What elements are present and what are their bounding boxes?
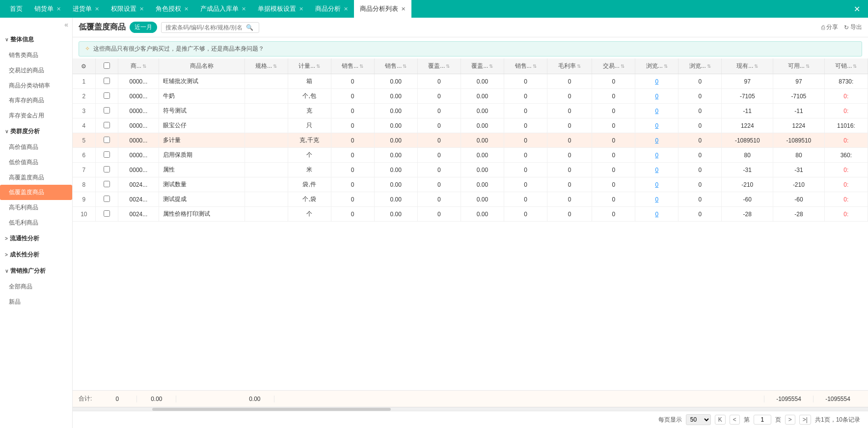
- sidebar-item-inventory-capital[interactable]: 库存资金占用: [0, 108, 72, 123]
- th-trans[interactable]: 交易...⇅: [592, 58, 635, 74]
- th-browse1[interactable]: 浏览...⇅: [635, 58, 678, 74]
- row-browse1[interactable]: 0: [635, 74, 678, 89]
- period-button[interactable]: 近一月: [130, 22, 157, 33]
- sidebar-item-all-products[interactable]: 全部商品: [0, 279, 72, 294]
- search-input[interactable]: [165, 24, 244, 31]
- row-browse1[interactable]: 0: [635, 118, 678, 133]
- share-button[interactable]: ⎙ 分享: [821, 23, 838, 31]
- th-stock1[interactable]: 现有...⇅: [722, 58, 773, 74]
- sidebar-section-cluster[interactable]: ∨ 类群度分析: [0, 123, 72, 140]
- window-close-button[interactable]: ✕: [850, 4, 864, 14]
- sidebar-item-high-coverage[interactable]: 高覆盖度商品: [0, 170, 72, 185]
- nav-sales-close[interactable]: ✕: [56, 6, 61, 12]
- row-browse1[interactable]: 0: [635, 163, 678, 177]
- row-browse1[interactable]: 0: [635, 89, 678, 104]
- prev-page-button[interactable]: <: [730, 415, 740, 425]
- row-browse1[interactable]: 0: [635, 177, 678, 192]
- nav-home[interactable]: 首页: [4, 0, 28, 18]
- row-select-checkbox[interactable]: [104, 210, 110, 217]
- search-icon[interactable]: 🔍: [246, 24, 253, 31]
- th-settings[interactable]: ⚙: [73, 58, 95, 74]
- row-checkbox[interactable]: [95, 163, 118, 177]
- th-unit[interactable]: 计量...⇅: [288, 58, 331, 74]
- next-page-button[interactable]: >: [785, 415, 795, 425]
- row-select-checkbox[interactable]: [104, 137, 110, 143]
- nav-roles[interactable]: 角色授权 ✕: [150, 0, 194, 18]
- row-browse1[interactable]: 0: [635, 207, 678, 222]
- th-name[interactable]: 商品名称: [159, 58, 244, 74]
- row-browse1[interactable]: 0: [635, 192, 678, 207]
- th-stock2[interactable]: 可用...⇅: [773, 58, 825, 74]
- th-sales2[interactable]: 销售...⇅: [374, 58, 417, 74]
- th-sellable[interactable]: 可销...⇅: [824, 58, 868, 74]
- nav-templates[interactable]: 单据模板设置 ✕: [252, 0, 309, 18]
- sidebar-item-category-rate[interactable]: 商品分类动销率: [0, 78, 72, 93]
- sidebar-item-new-products[interactable]: 新品: [0, 294, 72, 310]
- row-select-checkbox[interactable]: [104, 151, 110, 158]
- row-select-checkbox[interactable]: [104, 122, 110, 128]
- nav-purchase[interactable]: 进货单 ✕: [67, 0, 105, 18]
- horizontal-scrollbar[interactable]: [73, 407, 868, 411]
- row-browse1[interactable]: 0: [635, 133, 678, 148]
- sidebar-section-marketing[interactable]: ∨ 营销推广分析: [0, 263, 72, 279]
- sidebar-item-high-margin[interactable]: 高毛利商品: [0, 200, 72, 215]
- nav-sales[interactable]: 销货单 ✕: [28, 0, 67, 18]
- nav-product-analysis-list-close[interactable]: ✕: [401, 6, 406, 12]
- th-browse2[interactable]: 浏览...⇅: [678, 58, 722, 74]
- th-cover2[interactable]: 覆盖...⇅: [461, 58, 504, 74]
- row-select-checkbox[interactable]: [104, 92, 110, 99]
- nav-production[interactable]: 产成品入库单 ✕: [194, 0, 252, 18]
- nav-purchase-close[interactable]: ✕: [95, 6, 99, 12]
- row-select-checkbox[interactable]: [104, 78, 110, 84]
- th-checkbox[interactable]: [95, 58, 118, 74]
- th-sales1[interactable]: 销售...⇅: [331, 58, 374, 74]
- sidebar-item-low-margin[interactable]: 低毛利商品: [0, 215, 72, 230]
- nav-roles-close[interactable]: ✕: [184, 6, 189, 12]
- th-sales3[interactable]: 销售...⇅: [504, 58, 547, 74]
- per-page-select[interactable]: 50 100 200: [686, 414, 711, 425]
- row-checkbox[interactable]: [95, 89, 118, 104]
- select-all-checkbox[interactable]: [104, 62, 110, 69]
- sidebar-item-stocked-products[interactable]: 有库存的商品: [0, 93, 72, 108]
- row-select-checkbox[interactable]: [104, 181, 110, 187]
- sidebar-item-low-value[interactable]: 低价值商品: [0, 155, 72, 170]
- sidebar-item-sales-products[interactable]: 销售类商品: [0, 48, 72, 63]
- sidebar-collapse[interactable]: «: [0, 18, 72, 31]
- sidebar-item-traded-products[interactable]: 交易过的商品: [0, 63, 72, 78]
- sidebar-item-high-value[interactable]: 高价值商品: [0, 140, 72, 155]
- row-checkbox[interactable]: [95, 148, 118, 163]
- nav-product-analysis[interactable]: 商品分析 ✕: [309, 0, 354, 18]
- row-checkbox[interactable]: [95, 104, 118, 118]
- first-page-button[interactable]: K: [715, 415, 726, 425]
- nav-product-analysis-close[interactable]: ✕: [344, 6, 348, 12]
- row-checkbox[interactable]: [95, 177, 118, 192]
- row-checkbox[interactable]: [95, 133, 118, 148]
- row-browse1[interactable]: 0: [635, 148, 678, 163]
- scrollbar-thumb[interactable]: [152, 408, 391, 411]
- sidebar-item-low-coverage[interactable]: 低覆盖度商品: [0, 185, 72, 200]
- th-code[interactable]: 商...⇅: [118, 58, 159, 74]
- nav-permissions-close[interactable]: ✕: [139, 6, 144, 12]
- page-input[interactable]: [754, 415, 771, 425]
- export-button[interactable]: ↻ 导出: [844, 23, 862, 31]
- collapse-icon[interactable]: «: [64, 21, 68, 29]
- sidebar-section-liquidity[interactable]: > 流通性分析: [0, 230, 72, 247]
- nav-permissions[interactable]: 权限设置 ✕: [105, 0, 150, 18]
- nav-production-close[interactable]: ✕: [242, 6, 246, 12]
- sidebar-section-growth[interactable]: > 成长性分析: [0, 247, 72, 263]
- row-checkbox[interactable]: [95, 118, 118, 133]
- row-checkbox[interactable]: [95, 74, 118, 89]
- nav-templates-close[interactable]: ✕: [299, 6, 303, 12]
- nav-product-analysis-list[interactable]: 商品分析列表 ✕: [354, 0, 411, 18]
- th-margin[interactable]: 毛利率⇅: [547, 58, 592, 74]
- th-spec[interactable]: 规格...⇅: [244, 58, 288, 74]
- row-select-checkbox[interactable]: [104, 107, 110, 114]
- row-select-checkbox[interactable]: [104, 166, 110, 172]
- sidebar-section-overall[interactable]: ∨ 整体信息: [0, 31, 72, 48]
- row-checkbox[interactable]: [95, 192, 118, 207]
- row-select-checkbox[interactable]: [104, 196, 110, 202]
- last-page-button[interactable]: >|: [799, 415, 811, 425]
- th-cover1[interactable]: 覆盖...⇅: [417, 58, 461, 74]
- row-checkbox[interactable]: [95, 207, 118, 222]
- row-browse1[interactable]: 0: [635, 104, 678, 118]
